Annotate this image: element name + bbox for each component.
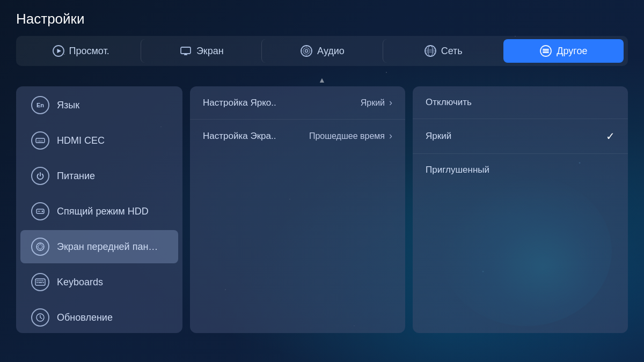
hdmi-icon: CEC (31, 131, 49, 150)
left-panel: En Язык CEC HDMI CEC (16, 86, 182, 333)
screensaver-value: Прошедшее время (309, 131, 385, 141)
menu-keyboards-label: Keyboards (57, 277, 103, 288)
menu-update-label: Обновление (57, 312, 113, 323)
menu-item-frontpanel[interactable]: Экран передней пан… (20, 230, 178, 263)
tab-network-label: Сеть (441, 46, 463, 57)
right-item-off[interactable]: Отключить (413, 86, 628, 119)
menu-item-hdd[interactable]: Спящий режим HDD (20, 195, 178, 228)
right-panel: Отключить Яркий ✓ Приглушенный (413, 86, 628, 333)
brightness-value: Яркий (361, 98, 385, 108)
screensaver-value-container: Прошедшее время › (309, 130, 392, 142)
audio-icon (300, 45, 313, 57)
menu-item-language[interactable]: En Язык (20, 88, 178, 122)
svg-point-24 (36, 243, 44, 250)
svg-point-25 (38, 245, 42, 249)
tab-audio[interactable]: Аудио (261, 39, 382, 63)
menu-item-keyboards[interactable]: Keyboards (20, 265, 178, 299)
menu-item-update[interactable]: Обновление (20, 301, 178, 333)
panels-container: En Язык CEC HDMI CEC (16, 86, 628, 333)
tab-playback-label: Просмот. (69, 46, 109, 57)
svg-rect-34 (42, 280, 44, 282)
middle-item-screensaver[interactable]: Настройка Экра.. Прошедшее время › (190, 119, 405, 152)
svg-rect-31 (36, 280, 38, 282)
network-icon (424, 45, 437, 57)
tab-screen-label: Экран (196, 46, 224, 57)
svg-point-5 (301, 46, 312, 56)
power-icon (31, 167, 49, 185)
update-icon (31, 308, 49, 327)
middle-panel: Настройка Ярко.. Яркий › Настройка Экра.… (190, 86, 405, 333)
right-item-bright[interactable]: Яркий ✓ (413, 119, 628, 153)
menu-hdd-label: Спящий режим HDD (57, 206, 149, 217)
screen-icon (179, 45, 192, 57)
menu-power-label: Питание (57, 171, 95, 182)
tab-playback[interactable]: Просмот. (20, 39, 141, 63)
svg-rect-36 (39, 282, 42, 283)
brightness-value-container: Яркий › (361, 97, 392, 108)
frontpanel-icon (31, 238, 49, 256)
right-off-label: Отключить (426, 97, 472, 108)
menu-frontpanel-label: Экран передней пан… (57, 241, 158, 253)
tab-audio-label: Аудио (317, 46, 345, 57)
svg-rect-35 (36, 282, 38, 283)
right-dim-label: Приглушенный (426, 165, 489, 175)
middle-item-brightness[interactable]: Настройка Ярко.. Яркий › (190, 86, 405, 119)
hdd-icon (31, 202, 49, 220)
brightness-chevron: › (389, 97, 392, 108)
tab-network[interactable]: Сеть (383, 39, 503, 63)
screensaver-chevron: › (389, 130, 392, 142)
svg-rect-2 (181, 47, 191, 54)
keyboards-icon (31, 273, 49, 291)
svg-marker-1 (57, 49, 61, 53)
svg-rect-37 (43, 282, 45, 283)
page-title: Настройки (16, 11, 628, 27)
menu-language-label: Язык (57, 100, 79, 111)
screensaver-label: Настройка Экра.. (203, 131, 276, 142)
svg-point-6 (303, 48, 310, 54)
svg-point-22 (42, 211, 43, 212)
svg-text:CEC: CEC (38, 139, 43, 143)
svg-rect-32 (39, 280, 40, 282)
arrow-indicator: ▲ (16, 76, 628, 84)
menu-item-hdmi[interactable]: CEC HDMI CEC (20, 124, 178, 157)
menu-item-power[interactable]: Питание (20, 159, 178, 193)
svg-rect-33 (40, 280, 42, 282)
tab-other[interactable]: Другое (503, 39, 624, 63)
menu-hdmi-label: HDMI CEC (57, 135, 105, 146)
tab-screen[interactable]: Экран (141, 39, 261, 63)
play-icon (52, 45, 65, 57)
tab-other-label: Другое (557, 46, 587, 57)
checkmark-icon: ✓ (606, 130, 615, 143)
right-bright-label: Яркий (426, 131, 451, 142)
right-item-dim[interactable]: Приглушенный (413, 153, 628, 186)
tab-bar: Просмот. Экран (16, 36, 628, 66)
brightness-label: Настройка Ярко.. (203, 98, 276, 108)
svg-point-7 (305, 50, 308, 53)
language-icon: En (31, 96, 49, 114)
other-icon (539, 45, 552, 57)
